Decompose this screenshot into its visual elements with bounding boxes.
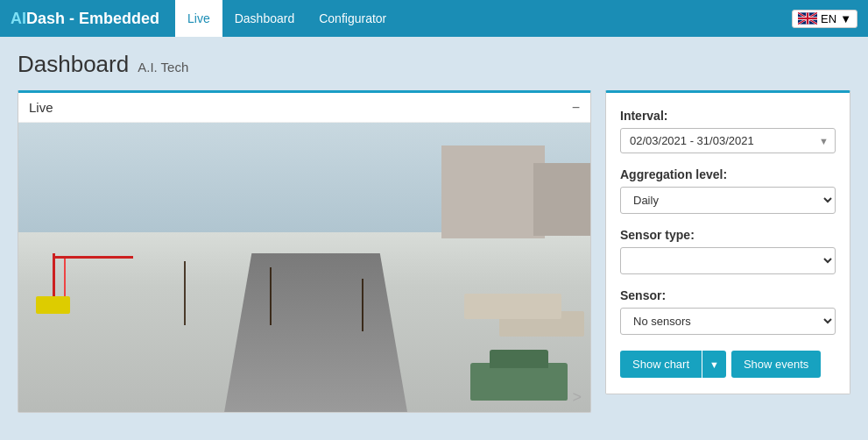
button-row: Show chart ▼ Show events xyxy=(620,351,836,378)
building2 xyxy=(533,163,590,236)
sensor-select[interactable]: No sensors xyxy=(620,308,836,335)
sensor-label: Sensor: xyxy=(620,288,836,302)
sensor-field-group: Sensor: No sensors xyxy=(620,288,836,335)
interval-field-group: Interval: ▼ xyxy=(620,109,836,153)
language-selector[interactable]: EN ▼ xyxy=(792,10,857,28)
camera-scene xyxy=(18,123,590,412)
nav-configurator[interactable]: Configurator xyxy=(307,0,399,37)
show-chart-btn-group: Show chart ▼ xyxy=(620,351,726,378)
navbar: AIDash - Embedded Live Dashboard Configu… xyxy=(0,0,868,37)
interval-label: Interval: xyxy=(620,109,836,123)
tree3 xyxy=(362,279,363,330)
brand-ai: AI xyxy=(11,10,26,27)
live-camera: > xyxy=(18,123,590,412)
show-events-button[interactable]: Show events xyxy=(731,351,821,378)
aggregation-field-group: Aggregation level: Daily Hourly Weekly M… xyxy=(620,167,836,214)
live-panel-title: Live xyxy=(29,100,53,115)
show-chart-button[interactable]: Show chart xyxy=(620,351,702,378)
page-wrapper: Dashboard A.I. Tech Live − xyxy=(0,37,868,427)
live-panel-header: Live − xyxy=(18,93,590,123)
aggregation-label: Aggregation level: xyxy=(620,167,836,181)
page-title-row: Dashboard A.I. Tech xyxy=(18,51,850,78)
sensor-type-field-group: Sensor type: xyxy=(620,228,836,274)
playground-yellow xyxy=(36,296,70,314)
page-title: Dashboard xyxy=(18,51,129,78)
camera-arrow: > xyxy=(572,388,582,407)
main-layout: Live − xyxy=(18,90,850,413)
lang-chevron-icon: ▼ xyxy=(840,12,851,25)
aggregation-select[interactable]: Daily Hourly Weekly Monthly xyxy=(620,187,836,214)
lang-label: EN xyxy=(821,12,836,25)
show-chart-dropdown-button[interactable]: ▼ xyxy=(702,351,726,378)
date-input-wrapper: ▼ xyxy=(620,128,836,153)
sidebar: Interval: ▼ Aggregation level: Daily Hou… xyxy=(605,90,850,394)
road xyxy=(224,253,407,413)
car-white2 xyxy=(464,294,561,320)
building1 xyxy=(441,145,545,238)
live-panel: Live − xyxy=(18,90,591,413)
date-range-input[interactable] xyxy=(620,128,836,153)
brand-rest: Dash - Embedded xyxy=(26,10,159,27)
car-green xyxy=(470,363,568,401)
nav-dashboard[interactable]: Dashboard xyxy=(222,0,307,37)
minimize-button[interactable]: − xyxy=(572,101,580,115)
nav-live[interactable]: Live xyxy=(175,0,222,37)
tree1 xyxy=(184,261,186,325)
flag-icon xyxy=(798,12,817,25)
sidebar-card: Interval: ▼ Aggregation level: Daily Hou… xyxy=(605,90,850,394)
sensor-type-select[interactable] xyxy=(620,247,836,274)
page-subtitle: A.I. Tech xyxy=(138,60,188,75)
brand-logo: AIDash - Embedded xyxy=(11,10,159,28)
tree2 xyxy=(270,267,272,325)
sensor-type-label: Sensor type: xyxy=(620,228,836,242)
